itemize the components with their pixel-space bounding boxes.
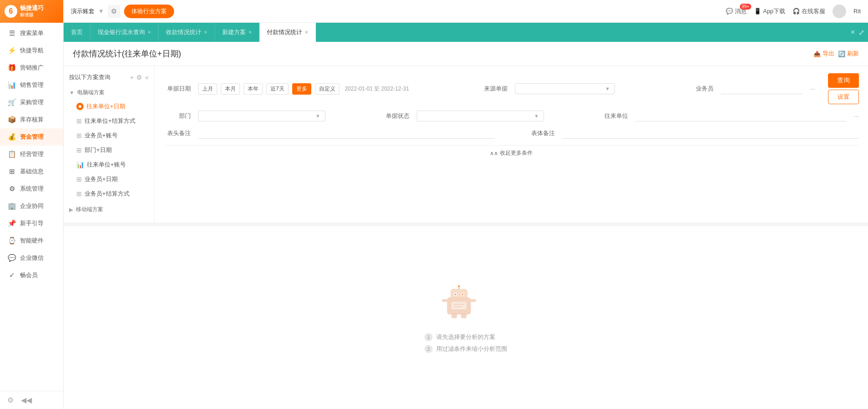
empty-tip-2: 2 用过滤条件来缩小分析范围: [424, 345, 507, 353]
tab-receipt-stats-label: 收款情况统计: [166, 28, 201, 36]
tab-bank-flow[interactable]: 现金银行流水查询 ×: [90, 23, 159, 42]
sidebar-item-label: 系统管理: [20, 185, 44, 193]
page-content: 付款情况统计(往来单位+日期) 📤 导出 🔄 刷新 按以下方案查询 + ⚙: [64, 42, 868, 409]
source-select[interactable]: ▼: [515, 83, 615, 94]
add-scheme-icon[interactable]: +: [130, 74, 134, 81]
date-btn-7days[interactable]: 近7天: [266, 83, 289, 95]
scheme-item-salesman-settlement[interactable]: ⊞ 业务员+结算方式: [64, 187, 154, 201]
source-dropdown-icon: ▼: [605, 86, 610, 91]
user-avatar[interactable]: [833, 5, 846, 18]
bill-status-select[interactable]: ▼: [417, 111, 544, 121]
table-body-input[interactable]: [562, 128, 859, 139]
tab-payment-stats-close-icon[interactable]: ×: [305, 29, 308, 35]
scheme-setting-icon[interactable]: ⚙: [136, 74, 142, 81]
app-download-btn[interactable]: 📱 App下载: [754, 7, 785, 15]
tab-bank-flow-close-icon[interactable]: ×: [148, 29, 151, 35]
tip-text-2: 用过滤条件来缩小分析范围: [436, 345, 507, 353]
scheme-group-mobile-title[interactable]: ▶ 移动端方案: [64, 203, 154, 216]
scheme-item-partner-settlement[interactable]: ⊞ 往来单位+结算方式: [64, 114, 154, 128]
scheme-item-partner-date[interactable]: 往来单位+日期: [64, 99, 154, 114]
sidebar-item-inventory[interactable]: 📦 库存核算: [0, 111, 63, 128]
date-btn-last-month[interactable]: 上月: [198, 83, 217, 95]
dept-select[interactable]: ▼: [198, 111, 325, 121]
scheme-item-icon: ⊞: [76, 132, 82, 139]
sidebar-logo: 6 畅捷通巧 标准版: [0, 0, 63, 23]
collapse-chevron-up-icon: ∧∧: [490, 150, 498, 157]
setting-btn[interactable]: 设置: [828, 90, 859, 104]
empty-area: 1 请先选择要分析的方案 2 用过滤条件来缩小分析范围: [64, 226, 868, 409]
page-header: 付款情况统计(往来单位+日期) 📤 导出 🔄 刷新: [64, 42, 868, 66]
partner-dots[interactable]: ···: [853, 112, 859, 120]
message-icon: 💬: [726, 8, 733, 15]
message-badge: 99+: [740, 4, 751, 10]
logo-icon: 6: [5, 5, 17, 18]
tab-payment-stats[interactable]: 付款情况统计 ×: [259, 23, 316, 42]
finance-icon: 💰: [7, 133, 16, 141]
mobile-expand-icon: ▶: [69, 207, 73, 213]
sidebar-item-hardware[interactable]: ⌚ 智能硬件: [0, 232, 63, 249]
company-dropdown-icon[interactable]: ▼: [98, 8, 104, 15]
tab-receipt-stats[interactable]: 收款情况统计 ×: [159, 23, 215, 42]
tab-expand-icon[interactable]: ⤢: [858, 28, 864, 37]
scheme-item-icon: ⊞: [76, 176, 82, 183]
scheme-item-salesman-date[interactable]: ⊞ 业务员+日期: [64, 172, 154, 187]
top-bar-right: 💬 消息 99+ 📱 App下载 🎧 在线客服 Rit: [726, 5, 861, 18]
sidebar-item-marketing[interactable]: 🎁 营销推广: [0, 59, 63, 76]
sidebar-item-label: 新手引导: [20, 219, 44, 227]
logo-sub: 标准版: [20, 12, 44, 18]
scheme-item-salesman-account[interactable]: ⊞ 业务员+账号: [64, 128, 154, 143]
sidebar-item-quick-nav[interactable]: ⚡ 快捷导航: [0, 42, 63, 59]
tab-new-scheme-close-icon[interactable]: ×: [249, 29, 252, 35]
salesman-dots[interactable]: ···: [810, 85, 815, 92]
refresh-btn[interactable]: 🔄 刷新: [838, 50, 859, 58]
date-btn-this-year[interactable]: 本年: [244, 83, 263, 95]
sidebar-item-basic[interactable]: ⊞ 基础信息: [0, 163, 63, 180]
sidebar-item-member[interactable]: ✓ 畅会员: [0, 267, 63, 284]
sidebar-item-business[interactable]: 📋 经营管理: [0, 146, 63, 163]
tip-num-2: 2: [424, 345, 433, 353]
messages-btn[interactable]: 💬 消息 99+: [726, 7, 747, 15]
svg-rect-12: [452, 302, 467, 310]
sidebar-item-system[interactable]: ⚙ 系统管理: [0, 180, 63, 197]
sidebar-item-guide[interactable]: 📌 新手引导: [0, 215, 63, 232]
export-btn[interactable]: 📤 导出: [813, 50, 834, 58]
tab-home-label: 首页: [71, 28, 83, 36]
tab-new-scheme[interactable]: 新建方案 ×: [215, 23, 259, 42]
date-btn-this-month[interactable]: 本月: [221, 83, 240, 95]
tab-close-all-icon[interactable]: ×: [851, 28, 855, 36]
service-icon: 🎧: [793, 8, 800, 15]
salesman-input[interactable]: [721, 83, 803, 94]
query-btn[interactable]: 查询: [828, 73, 859, 88]
online-service-btn[interactable]: 🎧 在线客服: [793, 7, 825, 15]
collapse-sidebar-icon[interactable]: ◀◀: [21, 396, 32, 404]
collapse-scheme-icon[interactable]: «: [145, 74, 149, 81]
sidebar-item-purchase[interactable]: 🛒 采购管理: [0, 94, 63, 111]
partner-label: 往来单位: [601, 112, 628, 120]
scheme-item-icon: ⊞: [76, 146, 82, 154]
collapse-more-btn[interactable]: ∧∧ 收起更多条件: [164, 145, 859, 161]
date-btn-more[interactable]: 更多: [292, 83, 311, 95]
scheme-item-partner-account[interactable]: 📊 往来单位+账号: [64, 157, 154, 172]
table-header-input[interactable]: [198, 128, 495, 139]
tab-receipt-stats-close-icon[interactable]: ×: [204, 29, 207, 35]
sidebar-item-wechat[interactable]: 💬 企业微信: [0, 249, 63, 267]
dept-label: 部门: [164, 112, 191, 120]
scheme-group-mobile: ▶ 移动端方案: [64, 203, 154, 216]
date-btn-custom[interactable]: 自定义: [315, 83, 339, 95]
sidebar-item-sales[interactable]: 📊 销售管理: [0, 76, 63, 94]
trial-btn[interactable]: 体验行业方案: [124, 5, 174, 18]
sidebar-item-finance[interactable]: 💰 资金管理: [0, 128, 63, 146]
scheme-panel-label: 按以下方案查询: [69, 73, 127, 81]
tab-home[interactable]: 首页: [64, 23, 90, 42]
svg-rect-1: [450, 289, 468, 300]
top-bar-gear-icon[interactable]: ⚙: [108, 5, 120, 18]
scheme-group-desktop-title[interactable]: ▼ 电脑端方案: [64, 86, 154, 99]
business-icon: 📋: [7, 150, 16, 158]
sidebar-item-search-menu[interactable]: ☰ 搜索菜单: [0, 25, 63, 42]
scheme-item-dept-date[interactable]: ⊞ 部门+日期: [64, 143, 154, 157]
settings-footer-icon[interactable]: ⚙: [7, 396, 14, 404]
partner-input[interactable]: [635, 111, 847, 121]
scheme-radio-inner: [79, 105, 81, 108]
sidebar-item-corp[interactable]: 🏢 企业协同: [0, 197, 63, 215]
scheme-item-icon: 📊: [76, 161, 84, 168]
